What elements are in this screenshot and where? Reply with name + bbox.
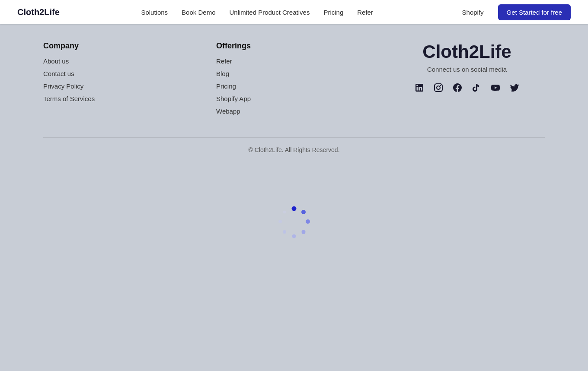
footer-link-webapp[interactable]: Webapp <box>216 108 372 115</box>
nav-link-book-demo[interactable]: Book Demo <box>182 9 215 16</box>
footer-brand-tagline: Connect us on social media <box>389 66 545 73</box>
footer-link-refer[interactable]: Refer <box>216 57 372 65</box>
nav-shopify-link[interactable]: Shopify <box>462 9 484 16</box>
footer-brand-section: Cloth2Life Connect us on social media <box>389 41 545 120</box>
footer-link-pricing[interactable]: Pricing <box>216 82 372 90</box>
footer: Company About us Contact us Privacy Poli… <box>0 24 588 171</box>
tiktok-icon[interactable] <box>470 82 483 94</box>
nav-link-solutions[interactable]: Solutions <box>141 9 168 16</box>
footer-brand-name: Cloth2Life <box>389 41 545 62</box>
svg-point-2 <box>306 219 310 224</box>
footer-company-section: Company About us Contact us Privacy Poli… <box>43 41 199 120</box>
svg-point-4 <box>292 235 296 238</box>
footer-copyright: © Cloth2Life. All Rights Reserved. <box>43 137 545 153</box>
svg-point-5 <box>283 230 286 234</box>
company-title: Company <box>43 41 199 51</box>
nav-logo[interactable]: Cloth2Life <box>17 7 60 17</box>
svg-point-7 <box>283 211 286 214</box>
footer-link-about[interactable]: About us <box>43 57 199 65</box>
page-content: Company About us Contact us Privacy Poli… <box>0 0 588 371</box>
facebook-icon[interactable] <box>451 82 463 94</box>
svg-point-0 <box>292 206 297 211</box>
footer-link-privacy[interactable]: Privacy Policy <box>43 82 199 90</box>
nav-center: Solutions Book Demo Unlimited Product Cr… <box>141 9 373 16</box>
footer-grid: Company About us Contact us Privacy Poli… <box>43 41 545 120</box>
svg-point-6 <box>278 220 282 223</box>
nav-link-pricing[interactable]: Pricing <box>323 9 343 16</box>
footer-link-terms[interactable]: Terms of Services <box>43 95 199 102</box>
nav-right: Shopify Get Started for free <box>455 4 571 20</box>
nav-divider-2 <box>491 8 491 16</box>
navbar: Cloth2Life Solutions Book Demo Unlimited… <box>0 0 588 24</box>
social-icons <box>389 82 545 94</box>
nav-divider <box>455 8 455 16</box>
instagram-icon[interactable] <box>432 82 444 94</box>
loading-spinner <box>277 205 311 240</box>
svg-point-3 <box>302 230 306 234</box>
footer-offerings-section: Offerings Refer Blog Pricing Shopify App… <box>216 41 372 120</box>
twitter-icon[interactable] <box>508 82 521 94</box>
offerings-title: Offerings <box>216 41 372 51</box>
footer-link-shopify-app[interactable]: Shopify App <box>216 95 372 102</box>
nav-link-refer[interactable]: Refer <box>357 9 373 16</box>
linkedin-icon[interactable] <box>413 82 425 94</box>
svg-point-1 <box>301 210 306 214</box>
footer-link-blog[interactable]: Blog <box>216 70 372 77</box>
footer-link-contact[interactable]: Contact us <box>43 70 199 77</box>
youtube-icon[interactable] <box>489 82 502 94</box>
get-started-button[interactable]: Get Started for free <box>498 4 571 20</box>
nav-link-unlimited[interactable]: Unlimited Product Creatives <box>229 9 310 16</box>
loading-spinner-container <box>0 171 588 266</box>
